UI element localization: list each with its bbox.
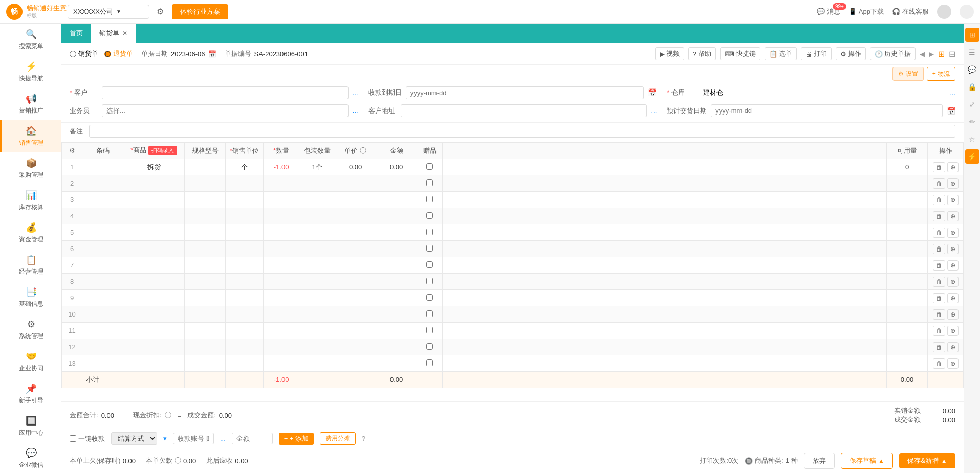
panel-lock-icon[interactable]: 🔒 — [965, 80, 979, 94]
pkg-1[interactable]: 1个 — [299, 159, 335, 175]
due-date-calendar-icon[interactable]: 📅 — [648, 88, 657, 97]
amount-1[interactable]: 0.00 — [376, 159, 417, 175]
user-avatar[interactable] — [937, 5, 951, 19]
unit-1[interactable]: 个 — [226, 159, 264, 175]
copy-row-1[interactable]: ⊕ — [947, 162, 959, 172]
delete-row-6[interactable]: 🗑 — [933, 244, 945, 254]
nav-prev-icon[interactable]: ◀ — [920, 50, 925, 58]
discount-info-icon[interactable]: ⓘ — [165, 411, 171, 420]
online-service-button[interactable]: 🎧 在线客服 — [892, 7, 929, 16]
one-click-payment-checkbox[interactable] — [70, 435, 76, 442]
copy-row-2[interactable]: ⊕ — [947, 178, 959, 189]
warehouse-select-icon[interactable]: ... — [950, 89, 955, 97]
note-input[interactable] — [89, 125, 955, 138]
delete-row-5[interactable]: 🗑 — [933, 228, 945, 238]
product-2[interactable] — [123, 175, 185, 192]
customer-addr-input[interactable] — [401, 104, 647, 117]
date-calendar-icon[interactable]: 📅 — [208, 50, 216, 58]
company-selector[interactable]: XXXXXX公司 ▼ — [68, 5, 149, 19]
print-button[interactable]: 🖨 打印 — [801, 47, 832, 60]
sidebar-item-marketing[interactable]: 📢 营销推广 — [0, 88, 61, 120]
payment-method-select[interactable]: 结算方式 — [111, 432, 157, 445]
qty-1[interactable]: -1.00 — [264, 159, 299, 175]
copy-row-12[interactable]: ⊕ — [947, 342, 959, 352]
spec-1[interactable] — [185, 159, 226, 175]
delete-row-10[interactable]: 🗑 — [933, 309, 945, 320]
customer-select-icon[interactable]: ... — [353, 89, 358, 97]
nav-next-icon[interactable]: ▶ — [929, 50, 934, 58]
user-avatar-2[interactable] — [960, 5, 974, 19]
message-button[interactable]: 💬 消息 99+ — [817, 7, 840, 16]
delete-row-4[interactable]: 🗑 — [933, 211, 945, 221]
gift-1[interactable] — [417, 159, 443, 175]
copy-row-9[interactable]: ⊕ — [947, 293, 959, 303]
tab-home[interactable]: 首页 — [61, 24, 91, 43]
sidebar-item-sales[interactable]: 🏠 销售管理 — [0, 120, 61, 152]
abandon-button[interactable]: 放弃 — [804, 453, 835, 469]
help-button[interactable]: ? 帮助 — [688, 47, 716, 60]
radio-return-order[interactable]: 退货单 — [104, 49, 133, 58]
add-payment-button[interactable]: + + 添加 — [279, 433, 314, 445]
panel-expand-icon[interactable]: ⤢ — [965, 97, 979, 111]
save-new-button[interactable]: 保存&新增 ▲ — [899, 453, 955, 468]
sidebar-item-inventory[interactable]: 📊 库存核算 — [0, 185, 61, 217]
expense-info-icon[interactable]: ? — [362, 435, 365, 442]
spec-2[interactable] — [185, 175, 226, 192]
sidebar-item-quick-nav[interactable]: ⚡ 快捷导航 — [0, 56, 61, 88]
app-download-button[interactable]: 📱 App下载 — [848, 7, 884, 16]
price-2[interactable] — [335, 175, 376, 192]
overdue-info-icon[interactable]: ⓘ — [175, 456, 181, 465]
price-1[interactable]: 0.00 — [335, 159, 376, 175]
sidebar-item-guide[interactable]: 📌 新手引导 — [0, 378, 61, 410]
delete-row-9[interactable]: 🗑 — [933, 293, 945, 303]
trial-button[interactable]: 体验行业方案 — [172, 4, 228, 19]
panel-star-icon[interactable]: ☆ — [965, 132, 979, 146]
sidebar-item-search[interactable]: 🔍 搜索菜单 — [0, 24, 61, 56]
radio-sales-order[interactable]: 销货单 — [70, 49, 98, 58]
sidebar-item-system[interactable]: ⚙ 系统管理 — [0, 313, 61, 346]
sidebar-item-wechat[interactable]: 💬 企业微信 — [0, 442, 61, 473]
qty-2[interactable] — [264, 175, 299, 192]
copy-row-6[interactable]: ⊕ — [947, 244, 959, 254]
select-order-button[interactable]: 📋 选单 — [765, 47, 797, 60]
gift-2[interactable] — [417, 175, 443, 192]
panel-orange-action-icon[interactable]: ⚡ — [965, 149, 979, 164]
settings-gear-button[interactable]: ⚙ — [153, 4, 168, 19]
salesperson-input[interactable] — [102, 104, 349, 117]
product-1[interactable]: 拆货 — [123, 159, 185, 175]
delete-row-7[interactable]: 🗑 — [933, 260, 945, 271]
panel-grid-icon[interactable]: ⊞ — [965, 28, 979, 42]
tab-close-icon[interactable]: ✕ — [122, 30, 127, 37]
view-mode-list-icon[interactable]: ⊟ — [949, 49, 955, 59]
shortcut-button[interactable]: ⌨ 快捷键 — [720, 47, 760, 60]
account-dots[interactable]: ... — [220, 435, 226, 442]
panel-chat-icon[interactable]: 💬 — [965, 62, 979, 77]
view-mode-grid-icon[interactable]: ⊞ — [938, 49, 945, 59]
expected-date-calendar-icon[interactable]: 📅 — [947, 107, 955, 115]
unit-2[interactable] — [226, 175, 264, 192]
panel-edit-icon[interactable]: ✏ — [965, 115, 979, 129]
panel-list-icon[interactable]: ☰ — [965, 45, 979, 59]
due-date-input[interactable] — [406, 86, 644, 99]
copy-row-10[interactable]: ⊕ — [947, 309, 959, 320]
history-button[interactable]: 🕐 历史单据 — [870, 47, 916, 60]
one-click-payment-label[interactable]: 一键收款 — [70, 434, 105, 443]
delete-row-2[interactable]: 🗑 — [933, 178, 945, 189]
amount-2[interactable] — [376, 175, 417, 192]
delete-row-13[interactable]: 🗑 — [933, 358, 945, 369]
col-header-settings[interactable]: ⚙ — [62, 143, 82, 159]
tab-sales-order[interactable]: 销货单 ✕ — [91, 24, 136, 43]
sidebar-item-operations[interactable]: 📋 经营管理 — [0, 249, 61, 281]
addr-select-icon[interactable]: ... — [651, 107, 657, 115]
form-settings-button[interactable]: ⚙ 设置 — [892, 67, 923, 81]
operation-button[interactable]: ⚙ 操作 — [836, 47, 866, 60]
video-button[interactable]: ▶ 视频 — [655, 47, 684, 60]
pkg-2[interactable] — [299, 175, 335, 192]
save-draft-button[interactable]: 保存草稿 ▲ — [841, 453, 894, 469]
payment-amount-input[interactable] — [232, 433, 273, 444]
barcode-1[interactable] — [82, 159, 123, 175]
logistics-button[interactable]: + 物流 — [927, 67, 955, 81]
copy-row-11[interactable]: ⊕ — [947, 326, 959, 336]
payment-method-dots[interactable]: ▾ — [163, 435, 167, 442]
salesperson-select-icon[interactable]: ... — [353, 107, 358, 115]
